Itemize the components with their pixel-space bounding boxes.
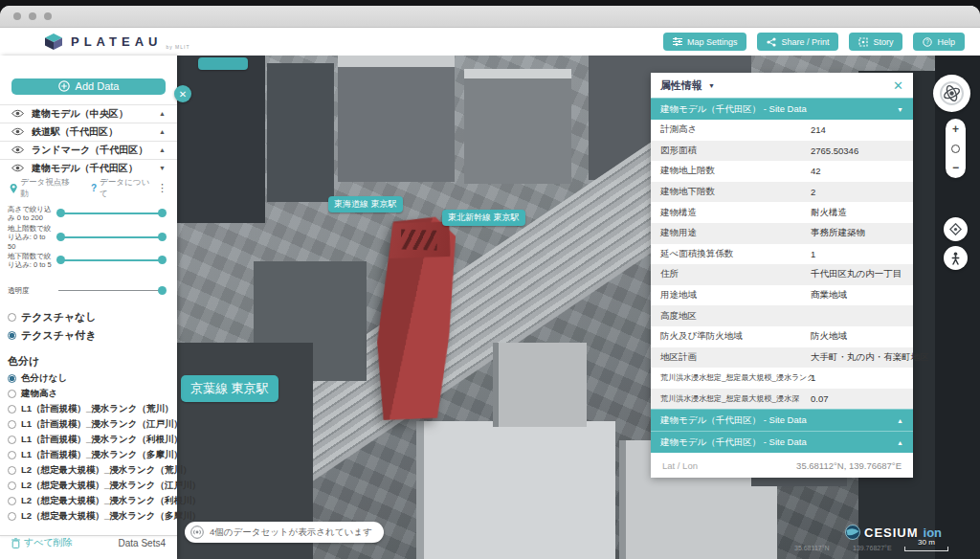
chevron-up-icon[interactable]: ▲ [159, 110, 166, 117]
attribute-row: 用途地域商業地域 [651, 285, 913, 306]
window-controls [13, 12, 52, 20]
attribute-row: 住所千代田区丸の内一丁目 [651, 264, 913, 285]
dataset-label: ランドマーク（千代田区） [32, 144, 151, 157]
radio-flood-rank[interactable]: L2（想定最大規模）_浸水ランク（利根川） [8, 495, 169, 507]
notification-text: 4個のデータセットが表示されています [210, 526, 372, 539]
plateau-logo-icon [44, 33, 63, 51]
zoom-out-button[interactable]: − [952, 163, 959, 172]
sidebar-item-dataset-0[interactable]: 建物モデル（中央区） ▲ [0, 104, 177, 123]
selected-building-highlight[interactable] [374, 215, 456, 423]
logo-subtext: by MLIT [166, 44, 189, 50]
cesium-globe-icon [845, 525, 860, 540]
attribute-row: 建物用途事務所建築物 [651, 223, 913, 244]
floors-below-filter-slider[interactable] [58, 259, 165, 261]
window-maximize-icon[interactable] [44, 12, 52, 20]
attribute-value: 0.07 [811, 393, 829, 404]
dataset-notification: 4個のデータセットが表示されています [185, 522, 384, 543]
zoom-in-button[interactable]: + [952, 124, 959, 134]
map-label-pill[interactable] [198, 57, 248, 70]
dataset-count-label: Data Sets4 [119, 538, 166, 548]
chevron-down-icon[interactable]: ▼ [159, 165, 166, 171]
map-settings-icon [673, 37, 682, 46]
radio-texture-on[interactable]: テクスチャ付き [8, 328, 169, 343]
attribute-group-collapsed[interactable]: 建物モデル（千代田区） - Site Data ▲ [651, 431, 913, 453]
locate-button[interactable] [944, 217, 968, 241]
radio-texture-none[interactable]: テクスチャなし [8, 310, 169, 324]
window-close-icon[interactable] [13, 12, 21, 20]
map-settings-button[interactable]: Map Settings [663, 33, 747, 51]
attribute-label: 計測高さ [660, 123, 697, 136]
map-3d-view[interactable]: 東海道線 東京駅 東北新幹線 東京駅 京葉線 東京駅 + − [177, 56, 980, 559]
about-data-button[interactable]: ? データについて [91, 177, 153, 200]
sidebar-item-dataset-2[interactable]: ランドマーク（千代田区） ▲ [0, 141, 177, 159]
radio-icon [8, 331, 16, 340]
add-data-label: Add Data [76, 80, 120, 92]
attribute-label: 地区計画 [660, 351, 697, 364]
chevron-up-icon[interactable]: ▲ [159, 146, 166, 153]
slider-handle[interactable] [56, 233, 65, 241]
map-building [177, 56, 265, 223]
viewpoint-move-button[interactable]: データ視点移動 [10, 177, 74, 200]
story-button[interactable]: Story [849, 33, 902, 51]
slider-handle[interactable] [158, 209, 167, 217]
delete-all-button[interactable]: すべて削除 [11, 536, 73, 549]
height-filter-slider[interactable] [58, 212, 165, 214]
chevron-up-icon[interactable]: ▲ [159, 128, 166, 135]
about-data-label: データについて [100, 177, 153, 200]
attribute-value: 防火地域 [811, 330, 847, 343]
header-buttons: Map Settings Share / Print Story [663, 33, 965, 51]
map-label-keiyo-line[interactable]: 京葉線 東京駅 [181, 375, 278, 402]
help-button[interactable]: ? Help [913, 33, 965, 51]
story-icon [858, 37, 868, 47]
attribute-row: 図形面積2765.50346 [651, 141, 913, 162]
attribute-row: 地区計画大手町・丸の内・有楽町地区 [651, 347, 913, 369]
zoom-reset-button[interactable] [951, 145, 960, 153]
compass-control[interactable] [933, 75, 970, 112]
attribute-value: 1 [811, 249, 815, 259]
eye-icon[interactable] [11, 127, 24, 136]
attribute-value: 2765.50346 [811, 145, 858, 156]
radio-flood-rank[interactable]: L2（想定最大規模）_浸水ランク（江戸川） [8, 480, 169, 492]
opacity-slider[interactable] [58, 290, 165, 291]
map-label-tokaido-line[interactable]: 東海道線 東京駅 [328, 196, 403, 212]
attribute-row: 高度地区 [651, 305, 913, 326]
radio-flood-rank[interactable]: L2（想定最大規模）_浸水ランク（荒川） [8, 464, 169, 477]
add-data-button[interactable]: Add Data [11, 78, 166, 95]
radio-icon [8, 497, 16, 505]
radio-flood-rank[interactable]: L1（計画規模）_浸水ランク（多摩川） [8, 449, 169, 461]
share-print-button[interactable]: Share / Print [757, 33, 838, 51]
pedestrian-view-button[interactable] [944, 246, 968, 270]
radio-flood-rank[interactable]: L2（想定最大規模）_浸水ランク（多摩川） [8, 510, 169, 523]
close-icon[interactable]: ✕ [893, 78, 903, 93]
radio-flood-rank[interactable]: L1（計画規模）_浸水ランク（利根川） [8, 434, 169, 446]
chevron-down-icon[interactable]: ▼ [708, 82, 715, 89]
slider-handle[interactable] [158, 256, 167, 264]
eye-icon[interactable] [11, 145, 24, 154]
radio-flood-rank[interactable]: L1（計画規模）_浸水ランク（荒川） [8, 403, 169, 415]
radio-icon [8, 374, 16, 383]
radio-color-none[interactable]: 色分けなし [8, 372, 169, 385]
latlon-value: 35.68112°N, 139.76687°E [796, 460, 902, 471]
radio-flood-rank[interactable]: L1（計画規模）_浸水ランク（江戸川） [8, 418, 169, 431]
radio-building-height[interactable]: 建物高さ [8, 388, 169, 400]
sidebar-close-button[interactable]: ✕ [174, 85, 191, 102]
window-minimize-icon[interactable] [29, 12, 36, 20]
slider-handle[interactable] [158, 286, 167, 295]
slider-handle[interactable] [158, 233, 167, 241]
slider-handle[interactable] [56, 209, 65, 217]
eye-icon[interactable] [11, 109, 24, 118]
slider-handle[interactable] [56, 256, 65, 264]
sidebar-item-dataset-3[interactable]: 建物モデル（千代田区） ▼ [0, 159, 177, 177]
attribute-label: 建物構造 [660, 207, 697, 219]
eye-icon[interactable] [11, 164, 24, 172]
broadcast-icon [190, 525, 204, 539]
attribute-group-expanded[interactable]: 建物モデル（千代田区） - Site Data ▼ [651, 98, 913, 120]
sidebar-item-dataset-1[interactable]: 鉄道駅（千代田区） ▲ [0, 123, 177, 141]
floors-above-filter-slider[interactable] [58, 236, 165, 238]
map-settings-label: Map Settings [687, 37, 738, 47]
attribute-value: 商業地域 [811, 289, 847, 302]
radio-icon [8, 451, 16, 459]
map-label-tohoku-shinkansen[interactable]: 東北新幹線 東京駅 [442, 210, 525, 226]
attribute-group-collapsed[interactable]: 建物モデル（千代田区） - Site Data ▲ [651, 409, 913, 431]
kebab-menu-icon[interactable]: ⋮ [157, 182, 167, 194]
